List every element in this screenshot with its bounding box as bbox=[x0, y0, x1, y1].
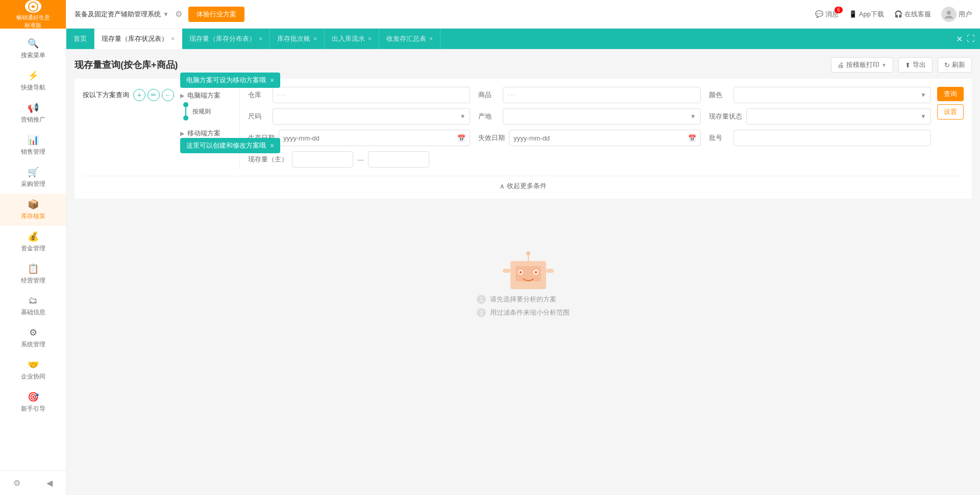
query-btn[interactable]: 查询 bbox=[937, 87, 964, 101]
edit-scheme-btn[interactable]: ✏ bbox=[148, 89, 160, 101]
sidebar-item-search[interactable]: 🔍 搜索菜单 bbox=[0, 33, 66, 65]
desktop-scheme-label[interactable]: 电脑端方案 bbox=[187, 91, 220, 100]
empty-step-2: 2 用过滤条件来缩小分析范围 bbox=[477, 308, 570, 317]
sidebar-item-newbie[interactable]: 🎯 新手引导 bbox=[0, 386, 66, 418]
tab-close-icon[interactable]: × bbox=[368, 36, 372, 42]
origin-input[interactable]: ▼ bbox=[503, 108, 700, 125]
sidebar-settings-btn[interactable]: ⚙ bbox=[9, 476, 24, 490]
collapse-btn[interactable]: ∧ 收起更多条件 bbox=[500, 181, 547, 191]
exp-date-input[interactable]: 📅 bbox=[509, 130, 700, 146]
tooltip-2-close[interactable]: × bbox=[270, 142, 274, 150]
svg-point-1 bbox=[947, 11, 951, 15]
sidebar-item-enterprise[interactable]: 🤝 企业协同 bbox=[0, 354, 66, 386]
app-name-label: 装备及固定资产辅助管理系统 bbox=[75, 10, 161, 19]
product-input[interactable]: ··· bbox=[503, 87, 700, 103]
notifications-btn[interactable]: 💬 消息 6 bbox=[815, 10, 839, 19]
size-label: 尺码 bbox=[248, 112, 268, 121]
sidebar-item-inventory[interactable]: 📦 库存核算 bbox=[0, 194, 66, 226]
field-size: 尺码 ▼ bbox=[248, 108, 470, 125]
basics-icon: 🗂 bbox=[29, 295, 38, 306]
tab-inventory-status-label: 现存量（库存状况表） bbox=[102, 34, 168, 43]
inventory-icon: 📦 bbox=[28, 199, 39, 210]
prod-date-text[interactable] bbox=[283, 134, 457, 142]
back-btn[interactable]: ← bbox=[162, 89, 174, 101]
logo-icon bbox=[25, 0, 41, 13]
sidebar-item-quick-nav[interactable]: ⚡ 快捷导航 bbox=[0, 65, 66, 97]
tooltip-1-close[interactable]: × bbox=[270, 76, 274, 84]
tab-home[interactable]: 首页 bbox=[66, 29, 94, 49]
mobile-scheme-label[interactable]: 移动端方案 bbox=[187, 129, 220, 138]
settings-btn[interactable]: 设置 bbox=[937, 104, 964, 120]
online-support-btn[interactable]: 🎧 在线客服 bbox=[894, 10, 931, 19]
tab-close-icon[interactable]: × bbox=[429, 36, 433, 42]
field-warehouse: 仓库 ··· bbox=[248, 87, 470, 103]
prod-date-input[interactable]: 📅 bbox=[279, 130, 470, 146]
export-label: 导出 bbox=[913, 60, 926, 69]
app-download-btn[interactable]: 📱 App下载 bbox=[849, 10, 884, 19]
tab-inventory-dist[interactable]: 现存量（库存分布表） × bbox=[182, 29, 270, 49]
quick-nav-icon: ⚡ bbox=[28, 70, 39, 81]
close-all-tabs-icon[interactable]: ✕ bbox=[956, 34, 963, 44]
sidebar-item-marketing[interactable]: 📢 营销推广 bbox=[0, 97, 66, 129]
stock-qty-min-input[interactable] bbox=[292, 151, 353, 168]
purchase-icon: 🛒 bbox=[28, 167, 39, 178]
sidebar-item-label: 系统管理 bbox=[21, 340, 45, 349]
topbar-gear-icon[interactable]: ⚙ bbox=[175, 9, 182, 19]
field-product: 商品 ··· bbox=[478, 87, 700, 103]
sidebar-item-finance[interactable]: 💰 资金管理 bbox=[0, 226, 66, 258]
tab-batch-ledger-label: 库存批次账 bbox=[277, 34, 310, 43]
tab-home-label: 首页 bbox=[74, 34, 87, 43]
tab-close-icon[interactable]: × bbox=[171, 36, 175, 42]
sidebar-item-purchase[interactable]: 🛒 采购管理 bbox=[0, 161, 66, 194]
tooltip-1-text: 电脑方案可设为移动方案哦 bbox=[186, 76, 266, 85]
empty-state: 1 请先选择要分析的方案 2 用过滤条件来缩小分析范围 bbox=[75, 205, 972, 358]
stock-qty-max-input[interactable] bbox=[368, 151, 429, 168]
sidebar-item-basics[interactable]: 🗂 基础信息 bbox=[0, 290, 66, 322]
empty-step-2-text: 用过滤条件来缩小分析范围 bbox=[490, 308, 570, 317]
color-input[interactable]: ▼ bbox=[733, 87, 931, 103]
tab-in-out-flow[interactable]: 出入库流水 × bbox=[325, 29, 379, 49]
newbie-icon: 🎯 bbox=[28, 391, 39, 403]
logo-sub: 标准版 bbox=[16, 21, 50, 29]
search-icon: 🔍 bbox=[28, 38, 39, 49]
refresh-btn[interactable]: ↻ 刷新 bbox=[938, 57, 972, 73]
sidebar-logo: 畅销通好生意 标准版 bbox=[0, 0, 66, 29]
batch-input[interactable] bbox=[733, 130, 931, 146]
product-label: 商品 bbox=[478, 90, 499, 100]
exp-date-text[interactable] bbox=[513, 134, 688, 142]
finance-icon: 💰 bbox=[28, 231, 39, 242]
sidebar-item-operations[interactable]: 📋 经营管理 bbox=[0, 258, 66, 290]
sidebar-collapse-btn[interactable]: ◀ bbox=[42, 476, 57, 490]
industry-btn[interactable]: 体验行业方案 bbox=[188, 7, 244, 22]
tab-collect-report[interactable]: 收发存汇总表 × bbox=[379, 29, 440, 49]
refresh-label: 刷新 bbox=[952, 60, 965, 69]
tabbar-actions: ✕ ⛶ bbox=[951, 34, 980, 44]
calendar-icon: 📅 bbox=[688, 134, 696, 142]
add-scheme-btn[interactable]: + bbox=[133, 89, 145, 101]
tab-in-out-flow-label: 出入库流水 bbox=[332, 34, 365, 43]
sidebar-item-label: 搜索菜单 bbox=[21, 51, 45, 60]
stock-status-input[interactable]: ▼ bbox=[746, 108, 931, 125]
chevron-up-icon: ∧ bbox=[500, 182, 505, 190]
size-input[interactable]: ▼ bbox=[273, 108, 470, 125]
svg-rect-9 bbox=[546, 269, 554, 273]
print-template-btn[interactable]: 🖨 按模板打印 ▼ bbox=[831, 57, 893, 73]
topbar-right: 💬 消息 6 📱 App下载 🎧 在线客服 用户 bbox=[815, 7, 972, 22]
tab-inventory-status[interactable]: 现存量（库存状况表） × bbox=[94, 29, 182, 49]
refresh-icon: ↻ bbox=[944, 61, 950, 69]
sidebar-item-label: 采购管理 bbox=[21, 180, 45, 188]
warehouse-input[interactable]: ··· bbox=[273, 87, 470, 103]
sidebar-item-label: 库存核算 bbox=[21, 212, 45, 221]
sidebar-item-sales[interactable]: 📊 销售管理 bbox=[0, 129, 66, 161]
sidebar-item-system[interactable]: ⚙ 系统管理 bbox=[0, 322, 66, 354]
maximize-icon[interactable]: ⛶ bbox=[967, 34, 975, 43]
tab-close-icon[interactable]: × bbox=[313, 36, 317, 42]
collapse-label: 收起更多条件 bbox=[507, 181, 547, 191]
export-icon: ⬆ bbox=[905, 61, 911, 69]
scheme-tooltip-1: 电脑方案可设为移动方案哦 × bbox=[180, 73, 280, 88]
user-profile-btn[interactable]: 用户 bbox=[941, 7, 972, 22]
page-header: 现存量查询(按仓库+商品) 🖨 按模板打印 ▼ ⬆ 导出 ↻ 刷新 bbox=[75, 57, 972, 73]
tab-batch-ledger[interactable]: 库存批次账 × bbox=[270, 29, 325, 49]
export-btn[interactable]: ⬆ 导出 bbox=[898, 57, 933, 73]
tab-close-icon[interactable]: × bbox=[259, 36, 262, 42]
